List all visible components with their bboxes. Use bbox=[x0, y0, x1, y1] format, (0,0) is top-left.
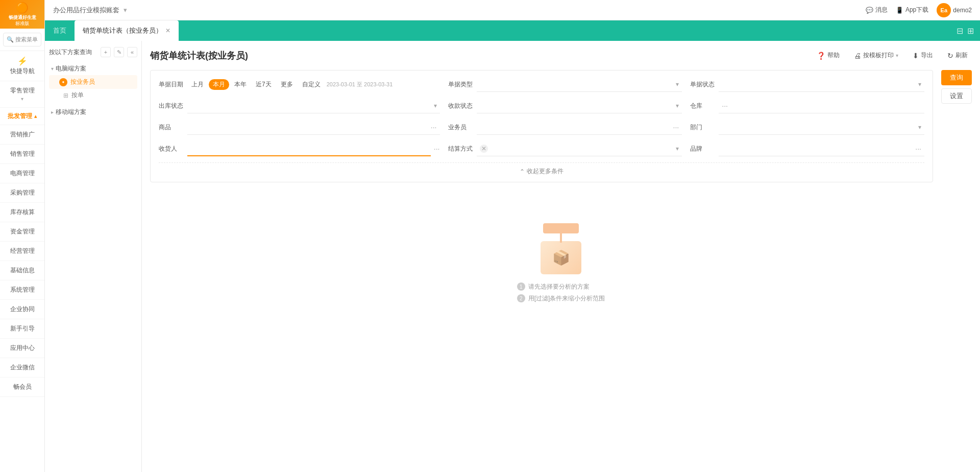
sidebar-item-finance[interactable]: 资金管理 bbox=[0, 222, 44, 242]
sub-scheme-label: 按单 bbox=[71, 91, 84, 100]
help-button[interactable]: ❓ 帮助 bbox=[813, 49, 844, 62]
date-tab-last-month[interactable]: 上月 bbox=[187, 79, 208, 90]
tab-home[interactable]: 首页 bbox=[45, 20, 75, 41]
export-icon: ⬇ bbox=[913, 52, 919, 60]
collapse-button[interactable]: ⌃ 收起更多条件 bbox=[520, 167, 564, 176]
tab-sales-report-label: 销货单统计表（按业务员） bbox=[83, 26, 162, 35]
logo-text: 畅捷通好生意 bbox=[9, 15, 36, 20]
type-select[interactable]: ▾ bbox=[477, 77, 682, 92]
sidebar-item-purchase[interactable]: 采购管理 bbox=[0, 183, 44, 203]
consignee-dots[interactable]: ··· bbox=[434, 145, 440, 153]
product-select[interactable]: ··· bbox=[187, 120, 440, 135]
payment-label: 收款状态 bbox=[448, 102, 474, 110]
sidebar-item-zero-retail[interactable]: 零售管理 ▾ bbox=[0, 81, 44, 108]
brand-select[interactable]: ··· bbox=[719, 141, 924, 156]
tab-maximize-icon[interactable]: ⊞ bbox=[967, 26, 974, 36]
query-button[interactable]: 查询 bbox=[941, 70, 972, 85]
user-profile[interactable]: Ea demo2 bbox=[937, 3, 972, 17]
date-tab-this-month[interactable]: 本月 bbox=[209, 79, 229, 90]
sub-scheme-item[interactable]: ⊞ 按单 bbox=[49, 89, 137, 102]
message-icon: 💬 bbox=[866, 7, 873, 14]
operations-label: 经营管理 bbox=[2, 247, 42, 255]
sidebar-item-enterprise[interactable]: 企业协同 bbox=[0, 300, 44, 319]
left-panel: 按以下方案查询 + ✎ « ▾ 电脑端方案 ● 按业务员 ⊞ 按 bbox=[45, 41, 142, 472]
sidebar-item-basic[interactable]: 基础信息 bbox=[0, 261, 44, 280]
mobile-group-header[interactable]: ▸ 移动端方案 bbox=[49, 106, 137, 119]
sidebar-item-ecommerce[interactable]: 电商管理 bbox=[0, 164, 44, 183]
salesperson-dots: ··· bbox=[673, 123, 679, 131]
sidebar-item-operations[interactable]: 经营管理 bbox=[0, 242, 44, 261]
sidebar-item-wechat[interactable]: 企业微信 bbox=[0, 358, 44, 377]
date-label: 单据日期 bbox=[159, 80, 184, 89]
sidebar-item-marketing[interactable]: 营销推广 bbox=[0, 125, 44, 145]
sidebar-item-sales[interactable]: 销售管理 bbox=[0, 145, 44, 164]
clear-payment-method-button[interactable]: ✕ bbox=[480, 145, 488, 153]
search-button[interactable]: 🔍 搜索菜单 bbox=[3, 33, 41, 46]
dept-filter-item: 部门 ▾ bbox=[690, 120, 924, 135]
sidebar-item-inventory[interactable]: 库存核算 bbox=[0, 203, 44, 222]
status-select[interactable]: ▾ bbox=[719, 77, 924, 92]
tab-close-icon[interactable]: ✕ bbox=[165, 27, 170, 34]
sidebar-item-newbie[interactable]: 新手引导 bbox=[0, 319, 44, 339]
topbar: 办公用品行业模拟账套 ▾ 💬 消息 📱 App下载 Ea demo2 bbox=[45, 0, 980, 20]
hint-number-1: 1 bbox=[517, 282, 525, 291]
collapse-panel-button[interactable]: « bbox=[127, 47, 137, 57]
empty-illustration: 📦 bbox=[530, 223, 592, 274]
salesperson-select[interactable]: ··· bbox=[477, 120, 682, 135]
filter-area: 单据日期 上月 本月 本年 近7天 更多 自定义 20 bbox=[150, 70, 933, 182]
empty-hint-1: 1 请先选择要分析的方案 bbox=[517, 282, 605, 291]
date-tab-7days[interactable]: 近7天 bbox=[252, 79, 276, 90]
export-button[interactable]: ⬇ 导出 bbox=[909, 49, 937, 62]
page-actions: ❓ 帮助 🖨 按模板打印 ▾ ⬇ 导出 ↻ 刷新 bbox=[813, 49, 972, 62]
action-buttons: 查询 设置 bbox=[941, 70, 972, 182]
warehouse-select[interactable]: ··· bbox=[719, 98, 924, 113]
sidebar-item-membership[interactable]: 畅会员 bbox=[0, 377, 44, 397]
hint-text-2: 用[过滤]条件来缩小分析范围 bbox=[528, 294, 605, 303]
sidebar-item-system[interactable]: 系统管理 bbox=[0, 280, 44, 300]
quick-nav-icon: ⚡ bbox=[2, 56, 42, 66]
sidebar-item-app-center[interactable]: 应用中心 bbox=[0, 339, 44, 358]
sidebar-item-wholesale[interactable]: 批发管理 ▴ bbox=[0, 108, 44, 125]
tab-sales-report[interactable]: 销货单统计表（按业务员） ✕ bbox=[75, 20, 179, 41]
print-button[interactable]: 🖨 按模板打印 ▾ bbox=[850, 49, 902, 62]
consignee-input[interactable] bbox=[187, 141, 431, 156]
payment-method-select[interactable]: ✕ ▾ bbox=[477, 141, 682, 156]
dept-select[interactable]: ▾ bbox=[719, 120, 924, 135]
ship-dropdown-icon: ▾ bbox=[434, 102, 437, 109]
desktop-group-header[interactable]: ▾ 电脑端方案 bbox=[49, 62, 137, 75]
help-icon: ❓ bbox=[817, 52, 825, 60]
date-range-display: 2023-03-01 至 2023-03-31 bbox=[327, 81, 393, 88]
date-tab-more[interactable]: 更多 bbox=[277, 79, 297, 90]
add-scheme-button[interactable]: + bbox=[101, 47, 111, 57]
app-download-button[interactable]: 📱 App下载 bbox=[896, 6, 928, 14]
refresh-button[interactable]: ↻ 刷新 bbox=[943, 49, 972, 62]
page-title-bar: 销货单统计表(按业务员) ❓ 帮助 🖨 按模板打印 ▾ ⬇ 导出 bbox=[150, 49, 972, 62]
edit-scheme-button[interactable]: ✎ bbox=[114, 47, 124, 57]
messages-button[interactable]: 💬 消息 bbox=[866, 6, 888, 14]
filter-row-4: 收货人 ··· 结算方式 ✕ ▾ 品牌 bbox=[159, 141, 924, 156]
empty-state: 📦 1 请先选择要分析的方案 2 用[过滤]条件来缩小分析范围 bbox=[150, 182, 972, 347]
search-icon: 🔍 bbox=[7, 36, 14, 43]
payment-select[interactable]: ▾ bbox=[477, 98, 682, 113]
type-dropdown-icon: ▾ bbox=[676, 81, 679, 88]
app-logo: 🟠 畅捷通好生意 标准版 bbox=[0, 0, 45, 29]
app-download-label: App下载 bbox=[905, 6, 928, 14]
wechat-label: 企业微信 bbox=[2, 363, 42, 372]
ship-select[interactable]: ▾ bbox=[187, 98, 440, 113]
ecommerce-label: 电商管理 bbox=[2, 169, 42, 178]
product-dots: ··· bbox=[431, 123, 437, 131]
tab-minimize-icon[interactable]: ⊟ bbox=[957, 26, 963, 36]
filter-container: 单据日期 上月 本月 本年 近7天 更多 自定义 20 bbox=[150, 70, 972, 182]
status-filter-item: 单据状态 ▾ bbox=[690, 77, 924, 92]
print-dropdown-icon[interactable]: ▾ bbox=[896, 53, 898, 58]
date-tab-custom[interactable]: 自定义 bbox=[298, 79, 325, 90]
sidebar-item-quick-nav[interactable]: ⚡ 快捷导航 bbox=[0, 51, 44, 81]
date-tab-this-year[interactable]: 本年 bbox=[230, 79, 251, 90]
messages-label: 消息 bbox=[875, 6, 888, 14]
settings-button[interactable]: 设置 bbox=[941, 88, 972, 104]
date-filter-item: 单据日期 上月 本月 本年 近7天 更多 自定义 20 bbox=[159, 79, 440, 90]
payment-method-dropdown-icon: ▾ bbox=[676, 145, 679, 152]
scheme-item-salesperson[interactable]: ● 按业务员 bbox=[49, 75, 137, 89]
main-area: 办公用品行业模拟账套 ▾ 💬 消息 📱 App下载 Ea demo2 首页 bbox=[45, 0, 980, 472]
dropdown-icon[interactable]: ▾ bbox=[124, 6, 127, 14]
